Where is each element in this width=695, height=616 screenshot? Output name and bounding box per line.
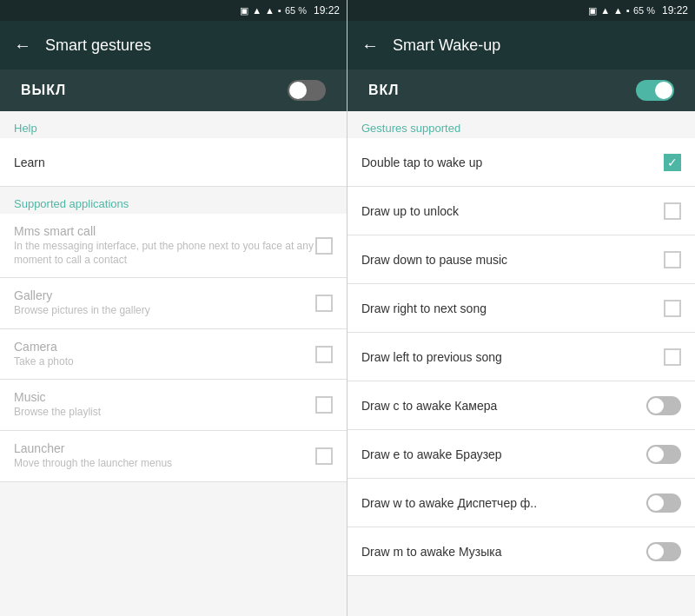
draw-down-title: Draw down to pause music [361, 253, 664, 267]
launcher-checkbox[interactable] [315, 447, 333, 465]
list-item-draw-m[interactable]: Draw m to awake Музыка [348, 527, 695, 576]
right-signal-icon: ▲ [613, 5, 623, 16]
draw-m-toggle[interactable] [646, 542, 681, 561]
launcher-subtitle: Move through the launcher menus [14, 457, 315, 471]
music-title: Music [14, 390, 315, 404]
right-status-bar: ▣ ▲ ▲ ▪ 65 % 19:22 [348, 0, 695, 21]
camera-title: Camera [14, 340, 315, 354]
list-item-draw-c[interactable]: Draw c to awake Камера [348, 381, 695, 430]
list-item-learn[interactable]: Learn [0, 138, 347, 187]
gallery-checkbox[interactable] [315, 295, 333, 312]
list-item-launcher[interactable]: Launcher Move through the launcher menus [0, 431, 347, 482]
list-item-draw-down[interactable]: Draw down to pause music [348, 235, 695, 284]
draw-m-toggle-knob [648, 544, 664, 560]
list-item-draw-right[interactable]: Draw right to next song [348, 284, 695, 333]
battery-level-left: 65 % [285, 5, 307, 16]
double-tap-title: Double tap to wake up [361, 156, 664, 169]
left-toggle-row: ВЫКЛ [0, 70, 347, 111]
left-status-bar: ▣ ▲ ▲ ▪ 65 % 19:22 [0, 0, 347, 21]
right-toggle-label: ВКЛ [368, 83, 400, 98]
draw-up-checkbox[interactable] [664, 202, 681, 220]
list-item-mms[interactable]: Mms smart call In the messaging interfac… [0, 214, 347, 278]
left-toggle-knob [289, 82, 307, 99]
list-item-draw-left[interactable]: Draw left to previous song [348, 333, 695, 381]
signal-icon: ▲ [265, 5, 275, 16]
music-checkbox[interactable] [315, 396, 333, 414]
right-toggle-knob [655, 82, 672, 99]
draw-e-title: Draw e to awake Браузер [361, 447, 646, 461]
double-tap-checkbox[interactable]: ✓ [664, 154, 681, 171]
battery-level-right: 65 % [633, 5, 655, 16]
wifi-icon: ▲ [252, 5, 261, 16]
gallery-title: Gallery [14, 288, 315, 302]
music-subtitle: Browse the playlist [14, 406, 315, 420]
draw-m-title: Draw m to awake Музыка [361, 545, 646, 559]
draw-down-checkbox[interactable] [664, 251, 681, 268]
launcher-title: Launcher [14, 441, 315, 455]
draw-c-toggle[interactable] [646, 396, 681, 415]
left-toggle-label: ВЫКЛ [21, 83, 66, 98]
draw-w-toggle-knob [648, 495, 664, 511]
right-page-title: Smart Wake-up [393, 36, 500, 55]
left-panel: ▣ ▲ ▲ ▪ 65 % 19:22 ← Smart gestures ВЫКЛ… [0, 0, 348, 616]
mms-subtitle: In the messaging interface, put the phon… [14, 240, 315, 267]
mms-checkbox[interactable] [315, 237, 333, 255]
list-item-double-tap[interactable]: Double tap to wake up ✓ [348, 138, 695, 187]
right-notification-icon: ▣ [588, 5, 597, 17]
mms-title: Mms smart call [14, 224, 315, 238]
draw-c-title: Draw c to awake Камера [361, 399, 646, 413]
left-toggle-switch[interactable] [288, 80, 326, 101]
draw-left-checkbox[interactable] [664, 348, 681, 366]
right-toggle-switch[interactable] [636, 80, 674, 101]
draw-w-title: Draw w to awake Диспетчер ф.. [361, 496, 646, 510]
list-item-camera[interactable]: Camera Take a photo [0, 329, 347, 381]
screen: ▣ ▲ ▲ ▪ 65 % 19:22 ← Smart gestures ВЫКЛ… [0, 0, 695, 616]
time-left: 19:22 [314, 4, 340, 17]
draw-left-title: Draw left to previous song [361, 350, 664, 364]
left-content: Help Learn Supported applications Mms sm… [0, 111, 347, 616]
gallery-subtitle: Browse pictures in the gallery [14, 304, 315, 318]
right-wifi-icon: ▲ [600, 5, 610, 16]
left-header: ← Smart gestures [0, 21, 347, 70]
back-button-right[interactable]: ← [361, 36, 379, 56]
list-item-draw-e[interactable]: Draw e to awake Браузер [348, 430, 695, 479]
draw-up-title: Draw up to unlock [361, 204, 664, 218]
draw-right-checkbox[interactable] [664, 300, 681, 317]
draw-c-toggle-knob [648, 398, 664, 414]
list-item-draw-up[interactable]: Draw up to unlock [348, 187, 695, 235]
learn-title: Learn [14, 156, 333, 169]
gestures-label: Gestures supported [348, 111, 695, 138]
draw-w-toggle[interactable] [646, 493, 681, 513]
back-button-left[interactable]: ← [14, 36, 31, 56]
right-content: Gestures supported Double tap to wake up… [348, 111, 695, 616]
left-page-title: Smart gestures [45, 36, 151, 55]
notification-icon: ▣ [240, 5, 248, 17]
camera-checkbox[interactable] [315, 346, 333, 363]
list-item-draw-w[interactable]: Draw w to awake Диспетчер ф.. [348, 479, 695, 527]
list-item-music[interactable]: Music Browse the playlist [0, 380, 347, 431]
list-item-gallery[interactable]: Gallery Browse pictures in the gallery [0, 278, 347, 329]
right-header: ← Smart Wake-up [348, 21, 695, 70]
draw-right-title: Draw right to next song [361, 301, 664, 315]
camera-subtitle: Take a photo [14, 355, 315, 369]
section-help-label: Help [0, 111, 347, 138]
right-toggle-row: ВКЛ [348, 70, 695, 111]
right-panel: ▣ ▲ ▲ ▪ 65 % 19:22 ← Smart Wake-up ВКЛ G… [348, 0, 695, 616]
section-apps-label: Supported applications [0, 187, 347, 214]
time-right: 19:22 [662, 4, 688, 17]
draw-e-toggle-knob [648, 447, 664, 462]
battery-icon: ▪ [278, 5, 281, 16]
draw-e-toggle[interactable] [646, 445, 681, 464]
right-battery-icon: ▪ [626, 5, 630, 16]
